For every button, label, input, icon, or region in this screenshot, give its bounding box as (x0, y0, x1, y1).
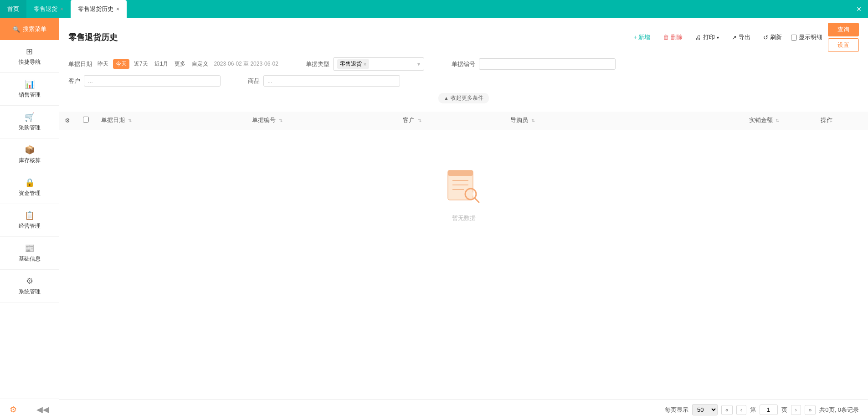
export-icon: ↗ (732, 34, 737, 41)
type-tag: 零售退货 × (337, 59, 369, 69)
date-custom[interactable]: 自定义 (190, 59, 210, 69)
sidebar-item-purchase-label: 采购管理 (19, 124, 41, 132)
sidebar-settings-button[interactable]: ⚙ (10, 405, 17, 415)
show-detail-checkbox[interactable] (791, 35, 797, 41)
svg-line-6 (474, 198, 479, 202)
tab-retail-return-history[interactable]: 零售退货历史 × (71, 0, 127, 18)
sidebar-search[interactable]: 🔍 搜索菜单 (0, 18, 59, 40)
date-7days[interactable]: 近7天 (132, 59, 150, 69)
select-all-checkbox[interactable] (83, 117, 89, 123)
customer-filter-item: 客户 ... (68, 75, 221, 87)
amount-sort-icon[interactable]: ⇅ (776, 118, 779, 123)
data-table: ⚙ 单据日期 ⇅ 单据编号 ⇅ (59, 112, 868, 259)
date-more[interactable]: 更多 (173, 59, 187, 69)
sidebar-item-system-label: 系统管理 (19, 288, 41, 296)
page-size-select[interactable]: 20 50 100 (692, 404, 718, 415)
col-checkbox[interactable] (77, 112, 96, 129)
export-text: 导出 (739, 33, 750, 41)
collapse-up-icon: ▲ (444, 95, 449, 102)
sidebar-item-operation-label: 经营管理 (19, 222, 41, 230)
refresh-text: 刷新 (770, 33, 782, 41)
date-filter-options: 昨天 今天 近7天 近1月 更多 自定义 (96, 59, 210, 69)
delete-button[interactable]: 🗑 删除 (659, 31, 686, 43)
sidebar-audio-button[interactable]: ◀◀ (36, 405, 49, 415)
voucher-input[interactable] (479, 58, 616, 70)
top-bar: 首页 零售退货 × 零售退货历史 × × (0, 0, 868, 18)
query-button[interactable]: 查询 (828, 23, 859, 36)
sidebar-item-inventory-label: 库存核算 (19, 157, 41, 164)
tab-retail-return-history-close[interactable]: × (116, 6, 119, 12)
empty-state-text: 暂无数据 (452, 214, 476, 222)
last-page-button[interactable]: » (805, 405, 816, 415)
date-filter-item: 单据日期 昨天 今天 近7天 近1月 更多 自定义 2023-06-02 至 2… (68, 59, 278, 69)
type-select[interactable]: 零售退货 × ▾ (333, 57, 424, 71)
set-button[interactable]: 设置 (828, 38, 859, 52)
sidebar-item-finance[interactable]: 🔒 资金管理 (0, 171, 59, 204)
inventory-icon: 📦 (25, 145, 35, 155)
date-sort-icon[interactable]: ⇅ (128, 118, 132, 123)
goods-filter-item: 商品 ... (248, 75, 400, 87)
settings-icon[interactable]: ⚙ (65, 117, 70, 124)
collapse-row: ▲ 收起更多条件 (68, 91, 859, 107)
sidebar-item-sales[interactable]: 📊 销售管理 (0, 73, 59, 106)
col-number: 单据编号 ⇅ (247, 112, 397, 129)
first-page-button[interactable]: « (721, 405, 733, 415)
customer-select[interactable]: ... (84, 75, 221, 87)
page-number-input[interactable] (760, 405, 778, 415)
sidebar-item-inventory[interactable]: 📦 库存核算 (0, 138, 59, 171)
svg-point-7 (468, 191, 473, 197)
col-settings[interactable]: ⚙ (59, 112, 77, 129)
tab-retail-return-close[interactable]: × (60, 6, 63, 12)
collapse-button[interactable]: ▲ 收起更多条件 (438, 93, 489, 103)
print-icon: 🖨 (695, 34, 701, 41)
type-tag-close[interactable]: × (364, 61, 366, 67)
sales-icon: 📊 (25, 79, 35, 89)
print-button[interactable]: 🖨 🖨 打印 打印 ▾ (692, 31, 723, 43)
customer-placeholder: ... (88, 77, 93, 84)
prev-page-button[interactable]: ‹ (736, 405, 746, 415)
filter-section: 零售退货历史 + 新增 🗑 删除 🖨 🖨 打印 打印 ▾ ↗ 导出 (59, 18, 868, 112)
col-amount: 实销金额 ⇅ (634, 112, 785, 129)
tab-retail-return-label: 零售退货 (34, 5, 57, 13)
new-button[interactable]: + 新增 (630, 31, 654, 43)
sidebar-item-purchase[interactable]: 🛒 采购管理 (0, 106, 59, 138)
sidebar-item-operation[interactable]: 📋 经营管理 (0, 204, 59, 237)
window-close-button[interactable]: × (850, 0, 868, 18)
date-today[interactable]: 今天 (113, 59, 129, 69)
sidebar-item-quick-nav[interactable]: ⊞ 快捷导航 (0, 40, 59, 73)
goods-placeholder: ... (267, 77, 272, 84)
goods-filter-label: 商品 (248, 77, 260, 85)
sidebar-bottom: ⚙ ◀◀ (0, 399, 59, 420)
voucher-filter-label: 单据编号 (452, 60, 475, 68)
number-sort-icon[interactable]: ⇅ (279, 118, 282, 123)
finance-icon: 🔒 (25, 178, 35, 188)
show-detail-checkbox-label[interactable]: 显示明细 (791, 33, 822, 41)
col-customer: 客户 ⇅ (397, 112, 505, 129)
pagination-bar: 每页显示 20 50 100 « ‹ 第 页 › » 共0页, 0条记录 (59, 399, 868, 420)
next-page-button[interactable]: › (791, 405, 801, 415)
table-head: ⚙ 单据日期 ⇅ 单据编号 ⇅ (59, 112, 868, 129)
goods-select[interactable]: ... (263, 75, 400, 87)
guide-sort-icon[interactable]: ⇅ (531, 118, 535, 123)
sidebar-item-sales-label: 销售管理 (19, 91, 41, 99)
refresh-button[interactable]: ↺ 刷新 (760, 31, 786, 43)
sidebar-item-basic-info[interactable]: 📰 基础信息 (0, 237, 59, 270)
date-1month[interactable]: 近1月 (153, 59, 170, 69)
col-date: 单据日期 ⇅ (96, 112, 247, 129)
page-word: 第 (750, 406, 756, 414)
empty-state: 暂无数据 (59, 129, 868, 259)
quick-nav-icon: ⊞ (26, 46, 33, 56)
page-size-label: 每页显示 (665, 406, 688, 414)
customer-sort-icon[interactable]: ⇅ (418, 118, 421, 123)
filter-row-1: 单据日期 昨天 今天 近7天 近1月 更多 自定义 2023-06-02 至 2… (68, 57, 859, 71)
tab-home[interactable]: 首页 (0, 0, 26, 18)
print-dropdown-icon: ▾ (717, 35, 719, 40)
show-detail-label: 显示明细 (799, 33, 822, 41)
tab-retail-return[interactable]: 零售退货 × (26, 0, 71, 18)
sidebar-item-system[interactable]: ⚙ 系统管理 (0, 270, 59, 302)
system-icon: ⚙ (26, 276, 33, 286)
export-button[interactable]: ↗ 导出 (728, 31, 754, 43)
basic-info-icon: 📰 (25, 243, 35, 253)
date-yesterday[interactable]: 昨天 (96, 59, 110, 69)
table-header-row: ⚙ 单据日期 ⇅ 单据编号 ⇅ (59, 112, 868, 129)
